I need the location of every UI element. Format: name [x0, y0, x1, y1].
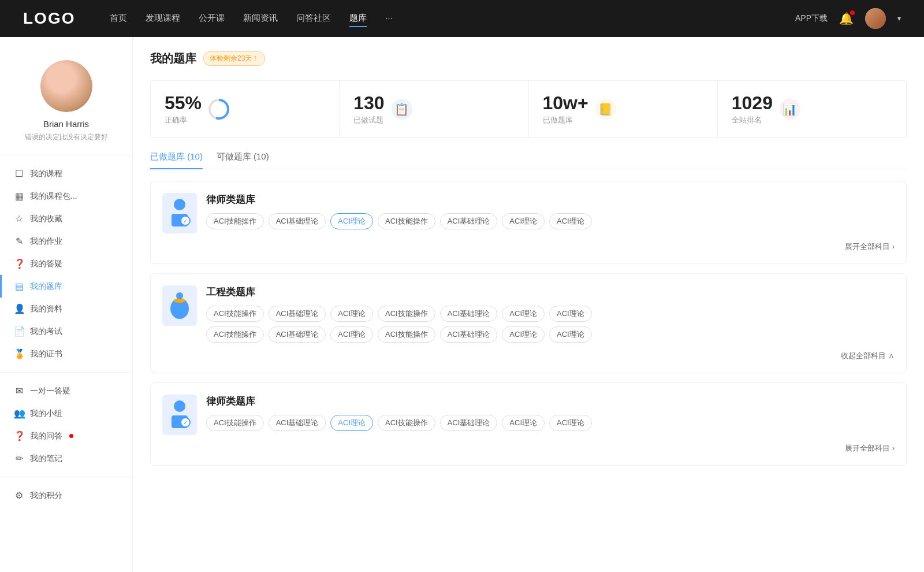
stat-ranking: 1029 全站排名 📊: [718, 81, 906, 137]
tag-aci-theory-2[interactable]: ACI理论: [549, 213, 592, 229]
sidebar-item-label: 我的小组: [30, 408, 62, 419]
tag-e-aci-theory-2[interactable]: ACI理论: [502, 306, 545, 322]
avatar[interactable]: [865, 8, 886, 29]
sidebar-item-course-packages[interactable]: ▦ 我的课程包...: [0, 185, 132, 207]
sidebar-item-favorites[interactable]: ☆ 我的收藏: [0, 207, 132, 230]
nav-open-course[interactable]: 公开课: [199, 10, 225, 27]
sidebar-menu: ☐ 我的课程 ▦ 我的课程包... ☆ 我的收藏 ✎ 我的作业 ❓ 我的答疑 ▤…: [0, 162, 132, 507]
homework-icon: ✎: [14, 236, 24, 247]
tag-l2-aci-theory-active[interactable]: ACI理论: [330, 415, 373, 431]
notification-bell[interactable]: 🔔: [839, 12, 854, 25]
sidebar-item-label: 我的课程包...: [30, 191, 77, 202]
tag-l2-aci-theory-1[interactable]: ACI理论: [502, 415, 545, 431]
stat-done-banks-label: 已做题库: [543, 115, 588, 125]
stat-accuracy: 55% 正确率: [151, 81, 340, 137]
tag-aci-basic-2[interactable]: ACI基础理论: [440, 213, 498, 229]
qbank-section-engineer: 工程类题库 ACI技能操作 ACI基础理论 ACI理论 ACI技能操作 ACI基…: [150, 273, 907, 373]
sidebar: Brian Harris 错误的决定比没有决定要好 ☐ 我的课程 ▦ 我的课程包…: [0, 37, 133, 572]
tag-e-aci-skill-1[interactable]: ACI技能操作: [206, 306, 264, 322]
nav-menu: 首页 发现课程 公开课 新闻资讯 问答社区 题库 ···: [110, 10, 795, 27]
sidebar-item-notes[interactable]: ✏ 我的笔记: [0, 447, 132, 470]
qa-icon: ❓: [14, 258, 24, 269]
tag-aci-skill-1[interactable]: ACI技能操作: [206, 213, 264, 229]
app-download-button[interactable]: APP下载: [795, 13, 828, 24]
tag-e-aci-basic-1[interactable]: ACI基础理论: [269, 306, 326, 322]
nav-question-bank[interactable]: 题库: [349, 10, 367, 27]
tag-e-aci-theory-4[interactable]: ACI理论: [330, 326, 373, 343]
qbank-tags-1: ACI技能操作 ACI基础理论 ACI理论 ACI技能操作 ACI基础理论 AC…: [206, 213, 895, 229]
tag-e-aci-theory-5[interactable]: ACI理论: [502, 326, 545, 343]
sidebar-item-questions[interactable]: ❓ 我的问答: [0, 425, 132, 447]
page-title: 我的题库: [150, 51, 196, 66]
sidebar-item-label: 我的作业: [30, 236, 62, 247]
sidebar-item-one-on-one[interactable]: ✉ 一对一答疑: [0, 380, 132, 402]
tag-e-aci-theory-3[interactable]: ACI理论: [549, 306, 592, 322]
tag-e-aci-skill-3[interactable]: ACI技能操作: [206, 326, 264, 343]
sidebar-item-certificates[interactable]: 🏅 我的证书: [0, 343, 132, 365]
main-content: 我的题库 体验剩余23天！ 55% 正确率 130 已做试题 📋: [133, 37, 924, 572]
tag-aci-basic-1[interactable]: ACI基础理论: [269, 213, 326, 229]
qbank-icon-wrap-3: ✓: [162, 395, 197, 435]
sidebar-item-question-bank[interactable]: ▤ 我的题库: [0, 275, 132, 298]
tab-available-banks[interactable]: 可做题库 (10): [217, 151, 269, 169]
qbank-title-2: 工程类题库: [206, 285, 895, 299]
nav-home[interactable]: 首页: [110, 10, 127, 27]
tag-e-aci-skill-2[interactable]: ACI技能操作: [378, 306, 435, 322]
engineer-icon: [167, 290, 192, 321]
tag-aci-skill-2[interactable]: ACI技能操作: [378, 213, 435, 229]
qbank-tags-row2-2: ACI技能操作 ACI基础理论 ACI理论 ACI技能操作 ACI基础理论 AC…: [206, 326, 895, 343]
avatar-dropdown-arrow[interactable]: ▾: [897, 14, 901, 23]
sidebar-divider-mid: [0, 372, 132, 373]
tag-l2-aci-basic-1[interactable]: ACI基础理论: [269, 415, 326, 431]
sidebar-item-label: 我的课程: [30, 169, 62, 179]
sidebar-item-groups[interactable]: 👥 我的小组: [0, 402, 132, 425]
tag-e-aci-basic-3[interactable]: ACI基础理论: [269, 326, 326, 343]
qbank-body-3: 律师类题库 ACI技能操作 ACI基础理论 ACI理论 ACI技能操作 ACI基…: [206, 395, 895, 431]
sidebar-item-exams[interactable]: 📄 我的考试: [0, 320, 132, 343]
nav-more[interactable]: ···: [385, 10, 393, 27]
page-header: 我的题库 体验剩余23天！: [150, 51, 907, 66]
exams-icon: 📄: [14, 326, 24, 337]
sidebar-item-label: 我的证书: [30, 349, 62, 359]
sidebar-item-homework[interactable]: ✎ 我的作业: [0, 230, 132, 252]
sidebar-motto: 错误的决定比没有决定要好: [25, 132, 108, 142]
tag-l2-aci-skill-2[interactable]: ACI技能操作: [378, 415, 435, 431]
questions-icon: ❓: [14, 430, 24, 441]
nav-news[interactable]: 新闻资讯: [243, 10, 278, 27]
tab-done-banks[interactable]: 已做题库 (10): [150, 151, 203, 169]
sidebar-item-label: 我的考试: [30, 326, 62, 337]
collapse-link-2[interactable]: 收起全部科目 ∧: [841, 351, 895, 361]
favorites-icon: ☆: [14, 213, 24, 224]
qbank-footer-1: 展开全部科目 ›: [162, 242, 895, 252]
tag-aci-theory-1[interactable]: ACI理论: [502, 213, 545, 229]
svg-text:✓: ✓: [183, 218, 188, 224]
stat-ranking-value: 1029: [732, 92, 773, 114]
tag-e-aci-basic-4[interactable]: ACI基础理论: [440, 326, 498, 343]
nav-discover[interactable]: 发现课程: [146, 10, 180, 27]
sidebar-item-label: 我的答疑: [30, 259, 62, 269]
qbank-section-lawyer-2: ✓ 律师类题库 ACI技能操作 ACI基础理论 ACI理论 ACI技能操作 AC…: [150, 382, 907, 466]
nav-qa[interactable]: 问答社区: [296, 10, 331, 27]
expand-link-1[interactable]: 展开全部科目 ›: [845, 242, 895, 252]
sidebar-item-points[interactable]: ⚙ 我的积分: [0, 484, 132, 507]
qbank-body-1: 律师类题库 ACI技能操作 ACI基础理论 ACI理论 ACI技能操作 ACI基…: [206, 193, 895, 229]
svg-point-8: [174, 400, 185, 412]
ranking-icon: 📊: [780, 99, 800, 120]
logo: LOGO: [23, 9, 75, 28]
tag-e-aci-theory-1[interactable]: ACI理论: [330, 306, 373, 322]
tag-e-aci-theory-6[interactable]: ACI理论: [549, 326, 592, 343]
tag-l2-aci-theory-2[interactable]: ACI理论: [549, 415, 592, 431]
sidebar-item-qa[interactable]: ❓ 我的答疑: [0, 252, 132, 275]
expand-link-3[interactable]: 展开全部科目 ›: [845, 443, 895, 454]
sidebar-avatar: [40, 60, 92, 112]
tag-l2-aci-basic-2[interactable]: ACI基础理论: [440, 415, 498, 431]
stat-done-banks-content: 10w+ 已做题库: [543, 92, 588, 125]
sidebar-item-profile[interactable]: 👤 我的资料: [0, 298, 132, 320]
svg-point-0: [174, 199, 185, 210]
tag-e-aci-skill-4[interactable]: ACI技能操作: [378, 326, 435, 343]
tag-l2-aci-skill-1[interactable]: ACI技能操作: [206, 415, 264, 431]
sidebar-item-my-courses[interactable]: ☐ 我的课程: [0, 162, 132, 185]
qbank-tags-row1-2: ACI技能操作 ACI基础理论 ACI理论 ACI技能操作 ACI基础理论 AC…: [206, 306, 895, 322]
tag-aci-theory-active-1[interactable]: ACI理论: [330, 213, 373, 229]
tag-e-aci-basic-2[interactable]: ACI基础理论: [440, 306, 498, 322]
